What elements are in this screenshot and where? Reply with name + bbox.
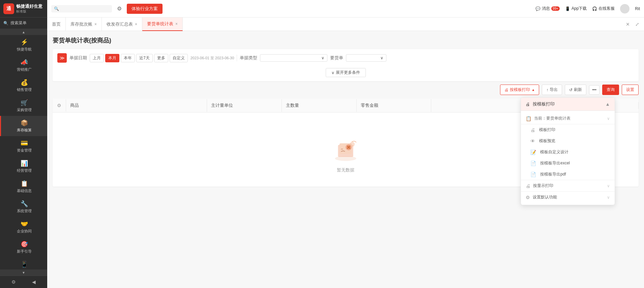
- dropdown-item-export-pdf[interactable]: 📄 按模板导出pdf: [521, 169, 615, 180]
- dropdown-header: 🖨 按模板打印 ▲: [521, 98, 615, 111]
- topbar-gear-button[interactable]: ⚙: [115, 4, 124, 13]
- tab-order-stats-close[interactable]: ×: [175, 22, 178, 26]
- sidebar-item-enterprise[interactable]: 🤝 企业协同: [0, 217, 47, 237]
- content-area: 要货单统计表(按商品) ≫ 单据日期 上月 本月 本年 近7天 更多 自定义 2…: [47, 31, 644, 288]
- sidebar-item-sales[interactable]: 💰 销售管理: [0, 75, 47, 96]
- dropdown-sub-display-print[interactable]: 🖨 按显示打印 ∨: [521, 180, 615, 191]
- bill-type-select[interactable]: ∨: [260, 54, 327, 62]
- message-badge: 99+: [551, 6, 560, 11]
- tab-inventory-batch-close[interactable]: ×: [94, 22, 97, 27]
- filter-expand-btn[interactable]: ≫: [57, 53, 67, 63]
- dropdown-item-export-excel[interactable]: 📄 按模板导出excel: [521, 158, 615, 169]
- template-print-btn[interactable]: 🖨 按模板打印 ▲: [500, 85, 539, 95]
- sidebar-item-operations[interactable]: 📊 经营管理: [0, 156, 47, 177]
- marketing-icon: 📣: [21, 59, 28, 66]
- sidebar-bottom: ⚙ ◀: [0, 276, 47, 288]
- expand-more-btn[interactable]: ∨ 展开更多条件: [326, 68, 366, 77]
- sidebar-item-marketing[interactable]: 📣 营销推广: [0, 55, 47, 75]
- dropdown-item-template-preview[interactable]: 👁 模板预览: [521, 135, 615, 147]
- template-custom-icon: 📝: [530, 150, 536, 155]
- topbar-search-box[interactable]: 🔍: [51, 5, 112, 12]
- dropdown-item-template-custom[interactable]: 📝 模板自定义设计: [521, 147, 615, 158]
- page-title: 要货单统计表(按商品): [53, 36, 639, 44]
- tab-home-label: 首页: [52, 21, 61, 27]
- dropdown-title-icon: 🖨: [526, 102, 530, 107]
- window-expand-btn[interactable]: ⤢: [633, 20, 641, 28]
- table-settings-btn[interactable]: ⚙: [53, 99, 66, 111]
- sidebar-collapse-icon[interactable]: ◀: [32, 279, 36, 285]
- app-logo-text: 畅捷通好生意 标准版: [16, 4, 42, 14]
- online-service-button[interactable]: 🎧 在线客服: [592, 6, 615, 11]
- sidebar-item-system[interactable]: 🔧 系统管理: [0, 197, 47, 217]
- search-icon: 🔍: [3, 21, 8, 26]
- date-btn-current-month[interactable]: 本月: [105, 54, 119, 62]
- dropdown-close-btn[interactable]: ▲: [605, 101, 610, 107]
- tab-receipts-summary-close[interactable]: ×: [135, 22, 137, 27]
- filter-divider: [237, 55, 237, 61]
- dropdown-sub-set-default[interactable]: ⚙ 设置默认功能 ∨: [521, 191, 615, 203]
- set-default-icon: ⚙: [526, 195, 530, 200]
- enterprise-icon: 🤝: [21, 220, 28, 228]
- sidebar-scroll-down[interactable]: ▼: [0, 269, 47, 276]
- date-btn-prev-month[interactable]: 上月: [90, 54, 104, 62]
- window-close-btn[interactable]: ✕: [624, 20, 632, 28]
- query-btn[interactable]: 查询: [602, 85, 619, 95]
- sidebar-item-purchase[interactable]: 🛒 采购管理: [0, 96, 47, 116]
- bill-type-label: 单据类型: [240, 55, 257, 61]
- th-quantity: 主数量: [282, 99, 357, 112]
- tab-home[interactable]: 首页: [47, 18, 66, 31]
- user-avatar[interactable]: [620, 4, 630, 13]
- sidebar-item-newbie[interactable]: 🎯 新手引导: [0, 237, 47, 257]
- service-icon: 🎧: [592, 6, 597, 11]
- set-default-arrow: ∨: [607, 195, 610, 200]
- date-btn-current-year[interactable]: 本年: [121, 54, 135, 62]
- refresh-btn-label: 刷新: [574, 87, 582, 93]
- tab-inventory-batch[interactable]: 库存批次账 ×: [66, 18, 102, 31]
- display-print-label: 按显示打印: [533, 183, 553, 189]
- sidebar-label-finance: 资金管理: [17, 148, 32, 153]
- sidebar-scroll-up[interactable]: ▲: [0, 29, 47, 35]
- message-button[interactable]: 💬 消息 99+: [535, 6, 560, 11]
- tab-order-stats-label: 要货单统计表: [147, 21, 173, 27]
- trial-button[interactable]: 体验行业方案: [127, 4, 163, 14]
- topbar: 🔍 ⚙ 体验行业方案 💬 消息 99+ 📱 App下载 🎧 在线客服 Rit: [47, 0, 644, 18]
- online-service-label: 在线客服: [598, 6, 615, 11]
- empty-text: 暂无数据: [337, 167, 354, 173]
- sidebar-item-quick-nav[interactable]: ⚡ 快捷导航: [0, 35, 47, 55]
- more-btn[interactable]: •••: [589, 85, 599, 95]
- th-retail-amount: 零售金额: [357, 99, 432, 112]
- main-area: 🔍 ⚙ 体验行业方案 💬 消息 99+ 📱 App下载 🎧 在线客服 Rit: [47, 0, 644, 288]
- empty-illustration: [330, 133, 361, 163]
- inventory-icon: 📦: [21, 119, 28, 127]
- sidebar-item-basics[interactable]: 📋 基础信息: [0, 177, 47, 197]
- settings-btn[interactable]: 设置: [622, 85, 639, 95]
- refresh-icon: ↺: [569, 88, 573, 92]
- export-pdf-icon: 📄: [530, 172, 536, 177]
- export-btn[interactable]: ↑ 导出: [542, 85, 562, 95]
- current-item-icon: 📋: [526, 116, 531, 121]
- export-excel-label: 按模板导出excel: [540, 160, 610, 166]
- dropdown-item-template-print[interactable]: 🖨 模板打印: [521, 124, 615, 135]
- set-default-label: 设置默认功能: [533, 194, 557, 200]
- app-logo-icon: 通: [3, 3, 14, 14]
- date-btn-custom[interactable]: 自定义: [170, 54, 188, 62]
- message-icon: 💬: [535, 6, 540, 11]
- order-status-select[interactable]: ∨: [346, 54, 386, 62]
- export-excel-icon: 📄: [530, 161, 536, 166]
- sidebar-item-finance[interactable]: 💳 资金管理: [0, 136, 47, 156]
- sidebar-label-system: 系统管理: [17, 209, 32, 214]
- sidebar-settings-icon[interactable]: ⚙: [11, 279, 16, 285]
- date-range-display: 2023-06-01 至 2023-06-30: [191, 56, 234, 61]
- date-btn-more[interactable]: 更多: [154, 54, 168, 62]
- app-download-button[interactable]: 📱 App下载: [565, 6, 587, 11]
- sidebar-item-appstore[interactable]: 📱 应用中心: [0, 257, 47, 269]
- tab-receipts-summary[interactable]: 收发存汇总表 ×: [102, 18, 142, 31]
- refresh-btn[interactable]: ↺ 刷新: [565, 85, 586, 95]
- date-btn-7days[interactable]: 近7天: [136, 54, 153, 62]
- sidebar-label-inventory: 库存核算: [17, 128, 32, 133]
- order-status-label: 要货单: [330, 55, 343, 61]
- topbar-right: 💬 消息 99+ 📱 App下载 🎧 在线客服 Rit: [535, 4, 640, 13]
- tab-order-stats[interactable]: 要货单统计表 ×: [142, 18, 183, 31]
- sidebar-search[interactable]: 🔍 搜索菜单: [0, 18, 47, 29]
- sidebar-item-inventory[interactable]: 📦 库存核算: [0, 116, 47, 136]
